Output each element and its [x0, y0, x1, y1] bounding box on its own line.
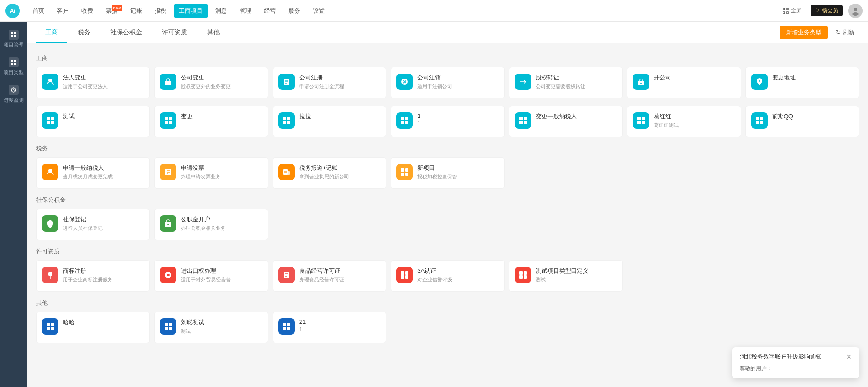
card-name-shipinxuke: 食品经营许可证 — [299, 267, 380, 275]
card-icon-haha — [42, 318, 58, 335]
card-icon-ceshi — [42, 112, 58, 129]
nav-business[interactable]: 工商项目 — [174, 4, 208, 18]
card-gongsi-zhuce[interactable]: 公司注册 申请公司注册全流程 — [273, 67, 386, 98]
card-name-ceshixiangmu: 测试项目类型目定义 — [536, 267, 617, 275]
card-lala[interactable]: 拉拉 — [273, 106, 386, 137]
nav-bookkeeping[interactable]: 记账 — [125, 4, 147, 18]
nav-message[interactable]: 消息 — [210, 4, 232, 18]
card-xin-xiangmu[interactable]: 新项目 报税加税控盘保管 — [391, 157, 504, 189]
svg-rect-53 — [756, 117, 759, 120]
card-name-one: 1 — [417, 112, 498, 119]
card-icon-kaigongsi — [633, 74, 649, 90]
svg-rect-92 — [165, 323, 168, 326]
card-shebao-dengji[interactable]: 社保登记 进行人员社保登记 — [36, 209, 150, 240]
card-shuiwu-jizh[interactable]: 税务报道+记账 拿到营业执照的新公司 — [273, 157, 386, 189]
svg-point-75 — [167, 274, 170, 276]
svg-rect-94 — [165, 327, 168, 330]
svg-rect-86 — [519, 275, 523, 279]
sidebar-item-progress[interactable]: 进度监测 — [0, 80, 27, 108]
app-logo[interactable]: Ai — [5, 4, 20, 18]
card-icon-xinxiangmu — [396, 164, 413, 180]
card-haha[interactable]: 哈哈 — [36, 312, 150, 343]
tab-shebao[interactable]: 社保公积金 — [101, 22, 151, 43]
card-info-biangengnashui: 变更一般纳税人 — [536, 112, 617, 122]
tab-other[interactable]: 其他 — [198, 22, 229, 43]
tab-xuke[interactable]: 许可资质 — [153, 22, 196, 43]
user-avatar[interactable] — [848, 4, 863, 18]
card-icon-3arenzheng — [396, 267, 413, 283]
card-faren-biangeng[interactable]: 法人变更 适用于公司变更法人 — [36, 67, 150, 98]
card-biangeng2[interactable]: 变更 — [154, 106, 268, 137]
svg-point-28 — [759, 80, 760, 82]
card-21[interactable]: 21 1 — [273, 312, 386, 343]
vip-btn[interactable]: ▷ 畅会员 — [811, 5, 843, 16]
svg-rect-41 — [401, 117, 404, 120]
sidebar-item-project-manage[interactable]: 项目管理 — [0, 25, 27, 53]
card-desc-guquanzhuanrang: 公司变更需要股权转让 — [536, 83, 617, 90]
nav-operation[interactable]: 经营 — [259, 4, 281, 18]
refresh-button[interactable]: ↻ 刷新 — [831, 26, 859, 39]
card-shipin-xuke[interactable]: 食品经营许可证 办理食品经营许可证 — [273, 260, 386, 292]
svg-rect-82 — [401, 275, 404, 279]
fullscreen-btn[interactable]: 全屏 — [779, 5, 805, 16]
card-jinchukouquan[interactable]: 进出口权办理 适用于对外贸易经营者 — [154, 260, 268, 292]
card-ceshi-xiangmu[interactable]: 测试项目类型目定义 测试 — [509, 260, 623, 292]
card-biangeng-納税[interactable]: 变更一般纳税人 — [509, 106, 623, 137]
nav-service[interactable]: 服务 — [283, 4, 306, 18]
card-shenqing-nashui[interactable]: 申请一般纳税人 当月或次月成变更完成 — [36, 157, 150, 189]
tabs-actions: 新增业务类型 ↻ 刷新 — [780, 26, 859, 39]
content-scroll[interactable]: 工商 法人变更 适用于公司变更法人 — [27, 43, 868, 387]
card-liucong-ceshi[interactable]: 刘聪测试 测试 — [154, 312, 268, 343]
card-desc-ceshixiangmu: 测试 — [536, 276, 617, 283]
tab-gongshang[interactable]: 工商 — [36, 22, 67, 43]
card-qianqi-qq[interactable]: 前期QQ — [745, 106, 859, 137]
card-name-21: 21 — [299, 318, 380, 325]
card-desc-gongsibiangeng: 股权变更外的业务变更 — [181, 83, 262, 90]
card-shenqing-fapiao[interactable]: 申请发票 办理申请发票业务 — [154, 157, 268, 189]
fullscreen-label: 全屏 — [791, 7, 802, 14]
card-gehonghong[interactable]: 葛红红 葛红红测试 — [627, 106, 741, 137]
card-gongsi-biangeng[interactable]: 公司变更 股权变更外的业务变更 — [154, 67, 268, 98]
svg-rect-62 — [283, 169, 288, 175]
nav-customer[interactable]: 客户 — [52, 4, 74, 18]
card-icon-gongjijinkaihu — [160, 215, 176, 232]
svg-rect-48 — [524, 121, 527, 124]
nav-settings[interactable]: 设置 — [307, 4, 330, 18]
card-one[interactable]: 1 1 — [391, 106, 504, 137]
card-3a-renzheng[interactable]: 3A认证 对企业信誉评级 — [391, 260, 504, 292]
svg-rect-14 — [11, 63, 13, 65]
top-nav: Ai 首页 客户 收费 票据 new 记账 报税 工商项目 消息 管理 经营 服… — [0, 0, 868, 22]
nav-manage[interactable]: 管理 — [234, 4, 257, 18]
card-info-shipinxuke: 食品经营许可证 办理食品经营许可证 — [299, 267, 380, 283]
tab-shuiwu[interactable]: 税务 — [69, 22, 99, 43]
card-info-haha: 哈哈 — [63, 318, 144, 328]
card-kai-gongsi[interactable]: 开公司 — [627, 67, 741, 98]
svg-rect-39 — [283, 121, 286, 124]
card-name-gongsizhuxiao: 公司注销 — [417, 74, 498, 82]
card-info-lala: 拉拉 — [299, 112, 380, 122]
card-info-shenqingnashui: 申请一般纳税人 当月或次月成变更完成 — [63, 164, 144, 180]
svg-rect-8 — [11, 32, 13, 34]
notification-close-btn[interactable]: ✕ — [846, 353, 852, 360]
nav-ticket[interactable]: 票据 new — [100, 4, 123, 18]
card-name-biangeng2: 变更 — [181, 112, 262, 121]
sidebar-item-project-type[interactable]: 项目类型 — [0, 53, 27, 80]
card-biangeng-dizhi[interactable]: 变更地址 — [745, 67, 859, 98]
nav-home[interactable]: 首页 — [27, 4, 50, 18]
svg-rect-50 — [642, 117, 645, 120]
nav-fee[interactable]: 收费 — [76, 4, 99, 18]
card-guquan-zhuanrang[interactable]: 股权转让 公司变更需要股权转让 — [509, 67, 623, 98]
card-gongjijin-kaihu[interactable]: 公积金开户 办理公积金相关业务 — [154, 209, 268, 240]
svg-rect-66 — [401, 168, 404, 172]
card-ceshi[interactable]: 测试 — [36, 106, 150, 137]
card-shangbiao-zhuce[interactable]: 商标注册 用于企业商标注册服务 — [36, 260, 150, 292]
card-icon-guquanzhuanrang — [515, 74, 531, 90]
new-type-button[interactable]: 新增业务类型 — [780, 26, 828, 39]
card-gongsi-zhuxiao[interactable]: 公司注销 适用于注销公司 — [391, 67, 504, 98]
svg-rect-98 — [283, 327, 286, 330]
nav-tax[interactable]: 报税 — [149, 4, 172, 18]
card-desc-liucongceshi: 测试 — [181, 328, 262, 335]
svg-rect-12 — [11, 60, 13, 62]
card-info-gehonghong: 葛红红 葛红红测试 — [654, 112, 735, 129]
svg-point-6 — [854, 8, 857, 11]
